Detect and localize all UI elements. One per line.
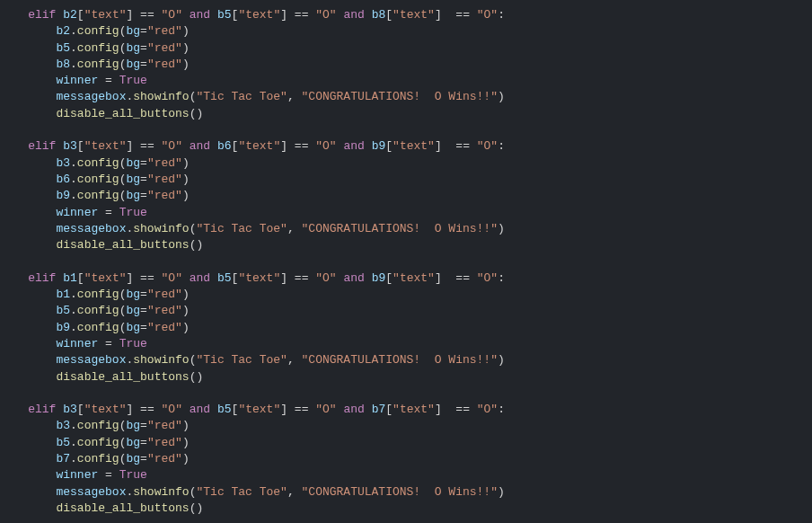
code-editor-content[interactable]: elif b2["text"] == "O" and b5["text"] ==…	[0, 0, 812, 523]
